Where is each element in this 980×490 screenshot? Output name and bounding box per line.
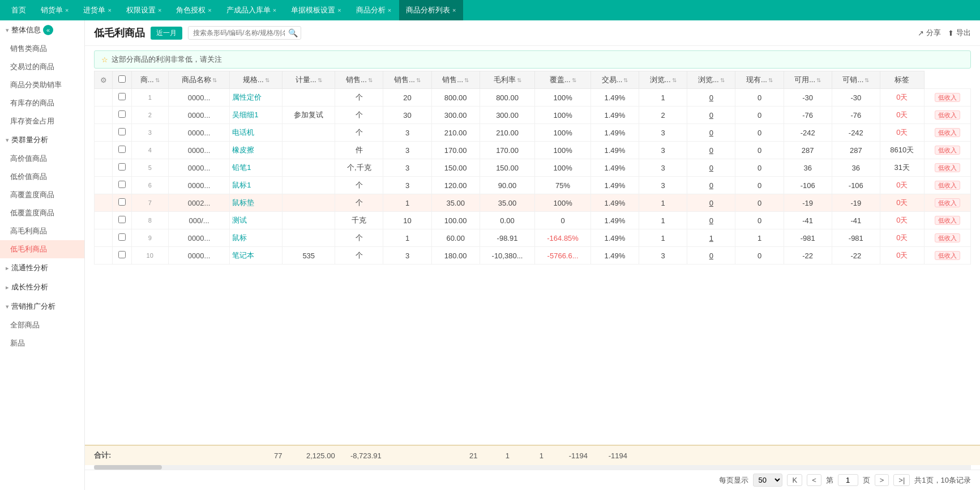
close-icon[interactable]: × (65, 7, 69, 14)
th-sales-amount[interactable]: 销售...⇅ (383, 71, 431, 89)
view1-link[interactable]: 0 (709, 93, 713, 102)
row-select-checkbox[interactable] (118, 146, 126, 153)
row-view1[interactable]: 0 (687, 142, 735, 159)
share-button[interactable]: ↗ 分享 (918, 28, 941, 38)
nav-product-analysis[interactable]: 商品分析 × (349, 0, 398, 20)
close-icon[interactable]: × (108, 7, 111, 14)
row-view1[interactable]: 1 (687, 229, 735, 247)
nav-sales[interactable]: 销货单 × (34, 0, 75, 20)
row-view1[interactable]: 0 (687, 212, 735, 229)
row-checkbox[interactable] (113, 229, 132, 247)
view1-link[interactable]: 0 (709, 199, 713, 207)
th-checkbox[interactable] (113, 71, 132, 89)
row-checkbox[interactable] (113, 194, 132, 212)
row-select-checkbox[interactable] (118, 110, 126, 118)
row-checkbox[interactable] (113, 212, 132, 229)
th-available[interactable]: 可用...⇅ (784, 71, 832, 89)
row-view1[interactable]: 0 (687, 177, 735, 194)
prev-page-button[interactable]: < (807, 474, 821, 486)
sidebar-item-category-rate[interactable]: 商品分类助销率 (0, 76, 84, 94)
sidebar-item-low-margin[interactable]: 低毛利商品 (0, 240, 84, 258)
th-code[interactable]: 商...⇅ (131, 71, 168, 89)
sidebar-group-cluster[interactable]: ▾ 类群量分析 (0, 130, 84, 150)
close-icon[interactable]: × (208, 7, 211, 14)
row-checkbox[interactable] (113, 106, 132, 124)
nav-products-in[interactable]: 产成品入库单 × (220, 0, 283, 20)
view1-link[interactable]: 0 (709, 129, 713, 137)
th-view2[interactable]: 浏览...⇅ (687, 71, 735, 89)
row-view1[interactable]: 0 (687, 89, 735, 106)
th-name[interactable]: 商品名称⇅ (168, 71, 229, 89)
row-view1[interactable]: 0 (687, 159, 735, 177)
sidebar-item-high-margin[interactable]: 高毛利商品 (0, 222, 84, 240)
table-wrapper[interactable]: ⚙ 商...⇅ 商品名称⇅ 规格...⇅ 计量...⇅ 销售...⇅ 销售...… (85, 71, 980, 445)
th-sales-qty[interactable]: 销售...⇅ (335, 71, 383, 89)
row-select-checkbox[interactable] (118, 198, 126, 206)
view1-link[interactable]: 0 (709, 111, 713, 120)
sidebar-item-sales-products[interactable]: 销售类商品 (0, 40, 84, 58)
view1-link[interactable]: 0 (709, 216, 713, 225)
sidebar-group-marketing[interactable]: ▾ 营销推广分析 (0, 297, 84, 316)
nav-roles[interactable]: 角色授权 × (169, 0, 218, 20)
select-all-checkbox[interactable] (118, 75, 126, 83)
th-transaction[interactable]: 交易...⇅ (590, 71, 639, 89)
sidebar-item-high-value[interactable]: 高价值商品 (0, 150, 84, 168)
sidebar-item-new-products[interactable]: 新品 (0, 334, 84, 352)
close-icon[interactable]: × (158, 7, 161, 14)
next-page-button[interactable]: > (875, 474, 889, 486)
nav-templates[interactable]: 单据模板设置 × (284, 0, 348, 20)
th-settings[interactable]: ⚙ (95, 71, 113, 89)
th-spec[interactable]: 规格...⇅ (230, 71, 283, 89)
row-select-checkbox[interactable] (118, 233, 126, 241)
row-checkbox[interactable] (113, 142, 132, 159)
close-icon[interactable]: × (388, 7, 391, 14)
sidebar-group-overall[interactable]: ▾ 整体信息 « (0, 20, 84, 40)
row-view1[interactable]: 0 (687, 124, 735, 142)
th-saleable[interactable]: 可销...⇅ (832, 71, 880, 89)
row-checkbox[interactable] (113, 159, 132, 177)
export-button[interactable]: ⬆ 导出 (948, 28, 971, 38)
sidebar-item-low-coverage[interactable]: 低覆盖度商品 (0, 204, 84, 222)
view1-link[interactable]: 0 (709, 164, 713, 172)
th-tag[interactable]: 标签 (880, 71, 924, 89)
row-select-checkbox[interactable] (118, 163, 126, 171)
per-page-select[interactable]: 50 20 100 (753, 474, 782, 487)
first-page-button[interactable]: K (787, 474, 802, 486)
row-select-checkbox[interactable] (118, 128, 126, 135)
row-select-checkbox[interactable] (118, 181, 126, 188)
th-sales-cost[interactable]: 销售...⇅ (431, 71, 480, 89)
row-select-checkbox[interactable] (118, 216, 126, 223)
row-view1[interactable]: 0 (687, 106, 735, 124)
last-page-button[interactable]: >| (893, 474, 910, 486)
close-icon[interactable]: × (273, 7, 276, 14)
nav-permissions[interactable]: 权限设置 × (119, 0, 168, 20)
sidebar-item-high-coverage[interactable]: 高覆盖度商品 (0, 186, 84, 204)
sidebar-group-growth[interactable]: ▸ 成长性分析 (0, 278, 84, 297)
view1-link[interactable]: 0 (709, 181, 713, 190)
row-select-checkbox[interactable] (118, 251, 126, 258)
th-coverage[interactable]: 覆盖...⇅ (535, 71, 591, 89)
view1-link[interactable]: 1 (709, 234, 713, 242)
collapse-button[interactable]: « (43, 25, 53, 35)
row-view1[interactable]: 0 (687, 194, 735, 212)
view1-link[interactable]: 0 (709, 146, 713, 155)
nav-product-analysis-list[interactable]: 商品分析列表 × (399, 0, 463, 20)
sidebar-item-traded-products[interactable]: 交易过的商品 (0, 58, 84, 76)
close-icon[interactable]: × (337, 7, 341, 14)
th-current[interactable]: 现有...⇅ (735, 71, 784, 89)
sidebar-item-inventory-products[interactable]: 有库存的商品 (0, 94, 84, 112)
row-view1[interactable]: 0 (687, 247, 735, 265)
row-checkbox[interactable] (113, 177, 132, 194)
row-select-checkbox[interactable] (118, 93, 126, 100)
sidebar-group-liquidity[interactable]: ▸ 流通性分析 (0, 258, 84, 278)
view1-link[interactable]: 0 (709, 252, 713, 260)
date-filter-button[interactable]: 近一月 (151, 27, 182, 40)
search-input[interactable] (188, 26, 301, 40)
sidebar-item-low-value[interactable]: 低价值商品 (0, 168, 84, 186)
th-view1[interactable]: 浏览...⇅ (639, 71, 687, 89)
nav-purchase[interactable]: 进货单 × (76, 0, 118, 20)
sidebar-item-inventory-capital[interactable]: 库存资金占用 (0, 112, 84, 130)
th-gross-margin[interactable]: 毛利率⇅ (480, 71, 535, 89)
th-unit[interactable]: 计量...⇅ (283, 71, 335, 89)
nav-home[interactable]: 首页 (5, 0, 33, 20)
